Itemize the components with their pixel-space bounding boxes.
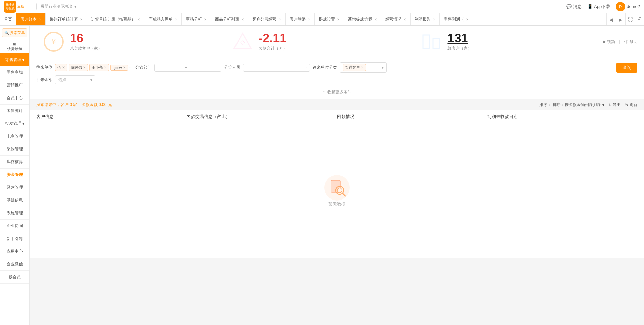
tab-next-btn[interactable]: ▶ xyxy=(616,13,625,26)
sort-select[interactable]: 排序： 排序：按欠款金额倒序排序 ▾ xyxy=(539,102,604,108)
refresh-icon-export: ↻ xyxy=(608,103,612,107)
tab-customer-contact[interactable]: 客户联络 ✕ xyxy=(286,13,315,26)
tab-retail-profit[interactable]: 零售利润（ ✕ xyxy=(440,13,473,26)
tab-close-new-promotion[interactable]: ✕ xyxy=(374,17,377,21)
sidebar: 🔍 搜索菜单 ⊞ 快捷导航 零售管理 ▾ 零售商城 营销推广 会员中心 零售统计 xyxy=(0,26,30,325)
stat-block-debt: ◇ -2.11 欠款合计（万） xyxy=(225,31,414,52)
message-icon: 💬 xyxy=(566,4,572,9)
chevron-icon: ▾ xyxy=(22,58,24,62)
sidebar-item-wholesale[interactable]: 批发管理 ▾ xyxy=(0,117,29,130)
quick-nav-btn[interactable]: ⊞ 快捷导航 xyxy=(0,40,29,53)
filter-category-select[interactable]: 普通客户 ✕ ▾ xyxy=(340,62,387,73)
user-avatar-btn[interactable]: D demo2 xyxy=(616,2,640,11)
tab-close-customer-tier[interactable]: ✕ xyxy=(278,17,281,21)
sidebar-item-operations[interactable]: 经营管理 xyxy=(0,181,29,194)
sidebar-item-marketing[interactable]: 营销推广 xyxy=(0,79,29,92)
sidebar-item-system[interactable]: 系统管理 xyxy=(0,207,29,220)
query-button[interactable]: 查询 xyxy=(616,63,637,73)
stats-banner: ¥ 16 总欠款客户（家） ◇ -2.11 欠款合计（ xyxy=(30,26,644,58)
filter-area: 往来单位 伍 ✕ 陈民强 ✕ 王小亮 ✕ cjttcw xyxy=(30,58,644,99)
sidebar-item-ecommerce[interactable]: 电商管理 xyxy=(0,130,29,143)
balance-select-arrow: ▾ xyxy=(90,78,92,82)
export-btn[interactable]: ↻ 导出 xyxy=(608,102,621,108)
remove-tag-chen[interactable]: ✕ xyxy=(83,66,86,69)
tab-close-customer-contact[interactable]: ✕ xyxy=(308,17,310,21)
filter-tag-wu: 伍 ✕ xyxy=(55,64,67,71)
dept-select-arrow: ▾ xyxy=(185,65,187,70)
tab-product-list[interactable]: 商品分析列表 ✕ xyxy=(211,13,248,26)
avatar: D xyxy=(616,2,625,11)
tab-close-profit-report[interactable]: ✕ xyxy=(433,17,435,21)
app-download-btn[interactable]: 📱 App下载 xyxy=(587,4,610,10)
sidebar-item-retail[interactable]: 零售管理 ▾ xyxy=(0,53,29,66)
filter-balance-label: 往来余额 xyxy=(36,77,52,83)
tab-close-production[interactable]: ✕ xyxy=(175,17,177,21)
sidebar-item-newbie[interactable]: 新手引导 xyxy=(0,232,29,245)
svg-text:¥: ¥ xyxy=(51,37,56,46)
remove-tag-ordinary[interactable]: ✕ xyxy=(361,66,363,69)
stat-icon-total xyxy=(421,31,442,52)
tab-home[interactable]: 首页 xyxy=(0,13,16,26)
sidebar-item-vip[interactable]: 畅会员 xyxy=(0,271,29,284)
result-bar: 搜索结果中，客户 0 家 欠款金额 0.00 元 排序： 排序：按欠款金额倒序排… xyxy=(30,99,644,110)
filter-more-tags-btn[interactable]: ··· xyxy=(129,65,133,70)
tab-close-business-status[interactable]: ✕ xyxy=(403,17,406,21)
stat-label-debt: 欠款合计（万） xyxy=(259,46,287,51)
empty-illustration xyxy=(324,174,350,201)
tab-close-purchase-stats[interactable]: ✕ xyxy=(137,17,140,21)
stat-label-customers: 总欠款客户（家） xyxy=(70,46,102,51)
tab-close-accounts[interactable]: ✕ xyxy=(39,17,41,21)
filter-person-select[interactable]: ··· xyxy=(243,64,310,72)
sidebar-item-finance[interactable]: 资金管理 xyxy=(0,169,29,181)
refresh-btn[interactable]: ↻ 刷新 xyxy=(625,102,637,108)
tab-promotion-settings[interactable]: 提成设置 ✕ xyxy=(315,13,344,26)
tab-profit-report[interactable]: 利润报告 ✕ xyxy=(411,13,440,26)
tab-purchase-orders[interactable]: 采购订单统计表 ✕ xyxy=(46,13,87,26)
remove-tag-cjttcw[interactable]: ✕ xyxy=(123,66,126,69)
tab-close-promotion-settings[interactable]: ✕ xyxy=(337,17,340,21)
sidebar-item-retail-stats[interactable]: 零售统计 xyxy=(0,105,29,117)
remove-tag-wu[interactable]: ✕ xyxy=(62,66,65,69)
sidebar-item-wechat[interactable]: 企业微信 xyxy=(0,258,29,271)
sidebar-item-purchase[interactable]: 采购管理 xyxy=(0,143,29,156)
sidebar-item-app-center[interactable]: 应用中心 xyxy=(0,245,29,258)
tab-close-retail-profit[interactable]: ✕ xyxy=(466,17,469,21)
tab-controls: ◀ ▶ ⛶ 🗗 xyxy=(606,13,644,26)
sidebar-item-enterprise[interactable]: 企业协同 xyxy=(0,220,29,232)
tab-new-promotion[interactable]: 新增提成方案 ✕ xyxy=(344,13,381,26)
search-menu-btn[interactable]: 🔍 搜索菜单 xyxy=(2,28,27,37)
tab-close-purchase-orders[interactable]: ✕ xyxy=(80,17,83,21)
tab-prev-btn[interactable]: ◀ xyxy=(606,13,616,26)
stat-block-total: 131 总客户（家） xyxy=(414,31,603,52)
video-help-btn[interactable]: ▶ 视频 xyxy=(603,39,615,45)
stat-label-total: 总客户（家） xyxy=(447,46,472,51)
tab-close-product-analysis[interactable]: ✕ xyxy=(204,17,207,21)
tab-product-analysis[interactable]: 商品分析 ✕ xyxy=(182,13,211,26)
filter-balance-select[interactable]: 选择... ▾ xyxy=(55,75,95,84)
sidebar-item-inventory[interactable]: 库存核算 xyxy=(0,156,29,169)
tab-production[interactable]: 产成品入库单 ✕ xyxy=(144,13,182,26)
tab-fullscreen-btn[interactable]: ⛶ xyxy=(625,13,635,26)
filter-tag-chen: 陈民强 ✕ xyxy=(69,64,88,71)
sidebar-item-member[interactable]: 会员中心 xyxy=(0,92,29,105)
logo-text: 标版 xyxy=(17,4,24,9)
filter-tag-wang: 王小亮 ✕ xyxy=(89,64,109,71)
filter-dept-select[interactable]: ▾ ··· xyxy=(154,64,221,72)
table-container: 客户信息 欠款交易信息（占比） 回款情况 到期未收款日期 xyxy=(30,110,644,258)
tab-business-status[interactable]: 经营情况 ✕ xyxy=(381,13,411,26)
tab-customer-tier[interactable]: 客户分层经营 ✕ xyxy=(248,13,286,26)
tab-purchase-stats[interactable]: 进货单统计表（按商品） ✕ xyxy=(87,13,144,26)
help-btn[interactable]: ⓘ 帮助 xyxy=(624,39,637,45)
tab-accounts[interactable]: 客户账本 ✕ xyxy=(16,13,46,26)
message-btn[interactable]: 💬 消息 xyxy=(566,4,582,10)
sidebar-item-retail-mall[interactable]: 零售商城 xyxy=(0,66,29,79)
quick-nav-icon: ⊞ xyxy=(13,42,16,46)
tab-close-product-list[interactable]: ✕ xyxy=(241,17,244,21)
logo-area: 畅捷通好生意 标版 xyxy=(4,1,34,13)
account-selector[interactable]: 母婴行业演示帐套 ▾ xyxy=(36,3,79,10)
tab-restore-btn[interactable]: 🗗 xyxy=(635,13,644,26)
sidebar-item-basic-info[interactable]: 基础信息 xyxy=(0,194,29,207)
svg-point-11 xyxy=(337,188,342,193)
remove-tag-wang[interactable]: ✕ xyxy=(104,66,106,69)
collapse-filter-btn[interactable]: ⌃ 收起更多条件 xyxy=(323,89,351,95)
